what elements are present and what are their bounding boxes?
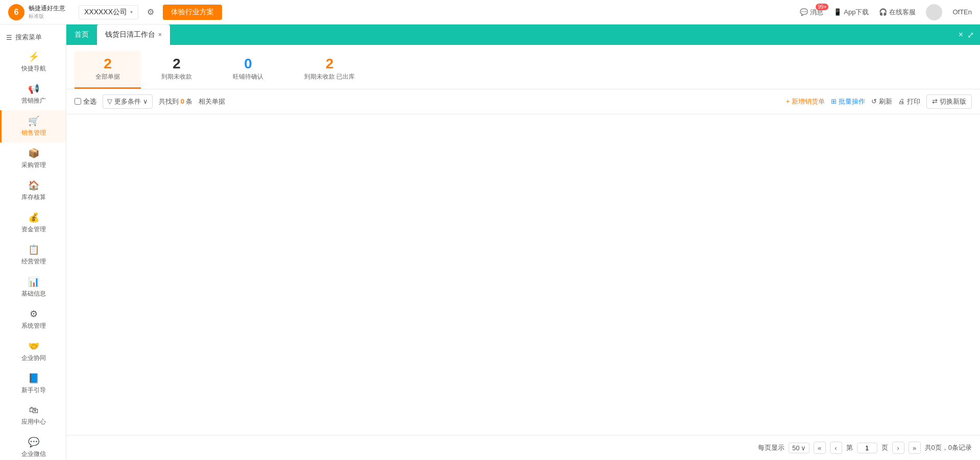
filter-arrow-icon: ∨ <box>143 98 148 105</box>
top-header: 6 畅捷通好生意 标准版 XXXXXX公司 ▾ ⚙ 体验行业方案 💬 消息 99… <box>0 0 980 25</box>
stat-label-overdue: 到期未收款 <box>161 72 192 81</box>
stat-count-wangpu: 0 <box>244 55 252 72</box>
batch-operation-button[interactable]: ⊞ 批量操作 <box>831 97 865 106</box>
header-right: 💬 消息 99+ 📱 App下载 🎧 在线客服 OfTEn <box>800 4 972 20</box>
refresh-button[interactable]: ↺ 刷新 <box>871 97 892 106</box>
stat-tab-all[interactable]: 2 全部单据 <box>75 51 141 89</box>
dropdown-arrow-icon: ▾ <box>130 9 133 15</box>
tab-cash-flow[interactable]: 钱货日清工作台 × <box>97 25 170 45</box>
tab-close-icon[interactable]: × <box>158 31 162 38</box>
content-area: 首页 钱货日清工作台 × × ⤢ 2 全部单据 2 到期未收款 <box>66 25 980 460</box>
tab-close-button[interactable]: × <box>959 30 963 39</box>
wechat-icon: 💬 <box>28 437 39 448</box>
page-number-input[interactable] <box>857 443 877 453</box>
stat-count-shipped: 2 <box>326 55 334 72</box>
related-label: 相关单据 <box>199 97 225 106</box>
page-end-label: 页 <box>881 443 888 452</box>
sidebar: ☰ 搜索菜单 ⚡ 快捷导航 📢 营销推广 🛒 销售管理 📦 采购管理 🏠 库存核… <box>0 25 66 460</box>
message-badge: 99+ <box>816 4 828 10</box>
service-icon: 🎧 <box>879 8 887 16</box>
stat-count-all: 2 <box>104 55 112 72</box>
stat-label-all: 全部单据 <box>95 72 120 81</box>
stats-tabs: 2 全部单据 2 到期未收款 0 旺铺待确认 2 到期未收款 已出库 <box>66 45 980 89</box>
filter-button[interactable]: ▽ 更多条件 ∨ <box>103 94 153 109</box>
purchase-icon: 📦 <box>28 148 39 159</box>
add-order-button[interactable]: + 新增销货单 <box>786 97 825 106</box>
print-button[interactable]: 🖨 打印 <box>898 97 920 106</box>
toolbar-left: 全选 ▽ 更多条件 ∨ 共找到 0 条 相关单据 <box>75 94 780 109</box>
sidebar-item-operations[interactable]: 📋 经营管理 <box>0 239 66 271</box>
tab-home[interactable]: 首页 <box>66 25 97 45</box>
user-name: OfTEn <box>952 8 972 16</box>
app-download-button[interactable]: 📱 App下载 <box>834 8 869 17</box>
per-page-select[interactable]: 50 ∨ <box>789 443 809 453</box>
sidebar-item-marketing[interactable]: 📢 营销推广 <box>0 78 66 110</box>
batch-icon: ⊞ <box>831 98 837 105</box>
total-label: 共0页，0条记录 <box>925 443 972 452</box>
enterprise-icon: 🤝 <box>28 341 39 352</box>
main-layout: ☰ 搜索菜单 ⚡ 快捷导航 📢 营销推广 🛒 销售管理 📦 采购管理 🏠 库存核… <box>0 25 980 460</box>
logo-area: 6 畅捷通好生意 标准版 <box>8 4 75 20</box>
print-icon: 🖨 <box>898 98 905 105</box>
sidebar-item-app-center[interactable]: 🛍 应用中心 <box>0 400 66 431</box>
settings-icon[interactable]: ⚙ <box>142 4 159 20</box>
sidebar-search[interactable]: ☰ 搜索菜单 <box>0 29 66 46</box>
prev-page-button[interactable]: ‹ <box>830 442 842 454</box>
stat-tab-shipped[interactable]: 2 到期未收款 已出库 <box>284 51 375 89</box>
stat-tab-wangpu[interactable]: 0 旺铺待确认 <box>212 51 284 89</box>
sidebar-item-quick-nav[interactable]: ⚡ 快捷导航 <box>0 46 66 78</box>
stat-tab-overdue[interactable]: 2 到期未收款 <box>141 51 212 89</box>
select-all-input[interactable] <box>75 98 81 105</box>
stat-count-overdue: 2 <box>173 55 181 72</box>
message-icon: 💬 <box>800 8 808 16</box>
sidebar-item-funds[interactable]: 💰 资金管理 <box>0 207 66 239</box>
funds-icon: 💰 <box>28 212 39 223</box>
toolbar: 全选 ▽ 更多条件 ∨ 共找到 0 条 相关单据 <box>66 89 980 114</box>
sales-icon: 🛒 <box>28 115 39 127</box>
last-page-button[interactable]: » <box>909 442 921 454</box>
sidebar-item-basic-info[interactable]: 📊 基础信息 <box>0 271 66 303</box>
select-all-checkbox[interactable]: 全选 <box>75 97 96 106</box>
page-content: 2 全部单据 2 到期未收款 0 旺铺待确认 2 到期未收款 已出库 <box>66 45 980 460</box>
sidebar-item-wechat[interactable]: 💬 企业微信 <box>0 431 66 460</box>
sidebar-item-enterprise[interactable]: 🤝 企业协同 <box>0 335 66 368</box>
found-count: 0 <box>181 98 184 105</box>
sidebar-item-guide[interactable]: 📘 新手引导 <box>0 368 66 400</box>
sidebar-item-inventory[interactable]: 🏠 库存核算 <box>0 175 66 207</box>
logo-text: 畅捷通好生意 标准版 <box>29 5 65 19</box>
basic-info-icon: 📊 <box>28 276 39 287</box>
guide-icon: 📘 <box>28 373 39 384</box>
company-selector[interactable]: XXXXXX公司 ▾ <box>79 5 138 19</box>
sidebar-item-sales[interactable]: 🛒 销售管理 <box>0 110 66 142</box>
trial-button[interactable]: 体验行业方案 <box>163 5 222 20</box>
app-icon: 📱 <box>834 8 842 16</box>
filter-icon: ▽ <box>107 98 112 105</box>
first-page-button[interactable]: « <box>814 442 826 454</box>
table-area <box>66 114 980 435</box>
switch-icon: ⇄ <box>932 98 938 105</box>
online-service-button[interactable]: 🎧 在线客服 <box>879 8 916 17</box>
toolbar-right: + 新增销货单 ⊞ 批量操作 ↺ 刷新 🖨 打印 ⇄ <box>786 94 972 109</box>
operations-icon: 📋 <box>28 244 39 255</box>
logo-icon: 6 <box>8 4 24 20</box>
per-page-label: 每页显示 <box>758 443 785 452</box>
refresh-icon: ↺ <box>871 98 877 105</box>
next-page-button[interactable]: › <box>892 442 904 454</box>
page-label: 第 <box>846 443 853 452</box>
quick-nav-icon: ⚡ <box>28 51 39 62</box>
switch-version-button[interactable]: ⇄ 切换新版 <box>926 94 972 109</box>
message-button[interactable]: 💬 消息 99+ <box>800 8 823 17</box>
per-page-arrow-icon: ∨ <box>801 444 806 452</box>
sidebar-item-purchase[interactable]: 📦 采购管理 <box>0 142 66 175</box>
system-icon: ⚙ <box>30 308 38 320</box>
tab-maximize-button[interactable]: ⤢ <box>967 30 974 40</box>
app-center-icon: 🛍 <box>29 405 38 416</box>
found-text: 共找到 0 条 <box>159 97 192 106</box>
sidebar-item-system[interactable]: ⚙ 系统管理 <box>0 303 66 335</box>
tab-bar: 首页 钱货日清工作台 × × ⤢ <box>66 25 980 45</box>
tab-bar-actions: × ⤢ <box>959 30 980 40</box>
inventory-icon: 🏠 <box>28 180 39 191</box>
marketing-icon: 📢 <box>28 83 39 94</box>
avatar[interactable] <box>926 4 942 20</box>
stat-label-wangpu: 旺铺待确认 <box>233 72 263 81</box>
